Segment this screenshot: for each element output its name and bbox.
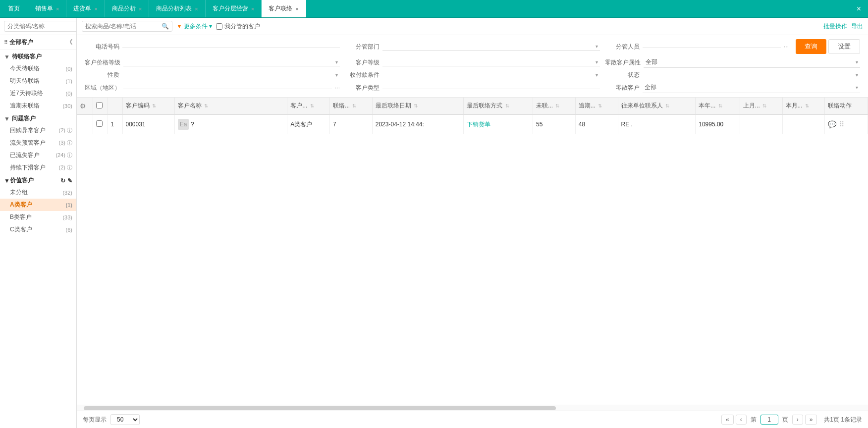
col-last-contact-date[interactable]: 最后联络日期 ⇅ bbox=[372, 98, 464, 114]
sidebar-item-abnormal-count: (2) ⓘ bbox=[59, 127, 73, 134]
col-last-month[interactable]: 上月... ⇅ bbox=[740, 98, 782, 114]
value-section-icons: ↻ ✎ bbox=[60, 177, 72, 184]
filter-search-input[interactable] bbox=[85, 23, 160, 30]
settings-button[interactable]: 设置 bbox=[828, 39, 860, 54]
customer-type-input[interactable] bbox=[382, 87, 600, 89]
message-icon[interactable]: 💬 bbox=[828, 120, 836, 128]
pending-arrow: ▼ bbox=[4, 54, 10, 60]
page-last-button[interactable]: » bbox=[805, 415, 817, 425]
action-icons-container: 💬 ⠿ bbox=[828, 120, 865, 128]
avatar-text: Ea bbox=[180, 121, 187, 128]
col-no-contact[interactable]: 未联... ⇅ bbox=[533, 98, 576, 114]
query-button[interactable]: 查询 bbox=[796, 39, 826, 54]
my-customers-checkbox[interactable] bbox=[216, 23, 222, 30]
tab-customer-segment-close[interactable]: × bbox=[251, 6, 254, 12]
sidebar-item-c-class[interactable]: C类客户 (6) bbox=[0, 223, 76, 236]
window-close-button[interactable]: × bbox=[850, 4, 868, 13]
page-next-button[interactable]: › bbox=[792, 415, 803, 425]
filter-more-button[interactable]: ▼ 更多条件 ▾ bbox=[176, 22, 212, 31]
tab-sales[interactable]: 销售单 × bbox=[28, 0, 66, 17]
region-ellipsis[interactable]: ··· bbox=[335, 84, 340, 91]
tab-sales-close[interactable]: × bbox=[56, 6, 59, 12]
manager-label: 分管人员 bbox=[605, 43, 640, 51]
edit-icon[interactable]: ✎ bbox=[67, 177, 72, 184]
table-body: 1 000031 Ea ? bbox=[77, 114, 868, 134]
tab-customer-contact[interactable]: 客户联络 × bbox=[262, 0, 306, 17]
sidebar-item-churned[interactable]: 已流失客户 (24) ⓘ bbox=[0, 149, 76, 161]
tab-bar: 首页 销售单 × 进货单 × 商品分析 × 商品分析列表 × 客户分层经营 × … bbox=[0, 0, 868, 18]
last-contact-method[interactable]: 下销货单 bbox=[467, 121, 490, 128]
sidebar-item-b-class[interactable]: B类客户 (33) bbox=[0, 211, 76, 223]
sidebar-search-input[interactable] bbox=[4, 21, 77, 32]
sidebar-search-area: 🔍 bbox=[0, 18, 76, 35]
col-contact-sort: ⇅ bbox=[352, 103, 356, 108]
tab-customer-segment[interactable]: 客户分层经营 × bbox=[206, 0, 262, 17]
retail-customer-select[interactable]: 全部 ▾ bbox=[643, 82, 860, 93]
tab-home[interactable]: 首页 bbox=[0, 0, 28, 17]
select-all-checkbox[interactable] bbox=[96, 102, 103, 108]
sidebar-item-abnormal[interactable]: 回购异常客户 (2) ⓘ bbox=[0, 124, 76, 137]
dept-select[interactable]: ▾ bbox=[382, 43, 600, 51]
filter-search-icon[interactable]: 🔍 bbox=[162, 23, 169, 30]
tab-analysis-list[interactable]: 商品分析列表 × bbox=[149, 0, 205, 17]
export-label[interactable]: 导出 bbox=[851, 22, 863, 31]
sidebar-item-today[interactable]: 今天待联络 (0) bbox=[0, 62, 76, 75]
page-prev-button[interactable]: ‹ bbox=[736, 415, 747, 425]
filter-bar: 🔍 ▼ 更多条件 ▾ 我分管的客户 批量操作 导出 bbox=[77, 18, 868, 35]
sidebar-item-declining-label: 持续下滑客户 bbox=[10, 163, 46, 172]
col-overdue[interactable]: 逾期... ⇅ bbox=[575, 98, 618, 114]
page-first-button[interactable]: « bbox=[721, 415, 734, 425]
payment-select[interactable]: ▾ bbox=[382, 71, 600, 79]
col-this-year[interactable]: 本年... ⇅ bbox=[696, 98, 740, 114]
horizontal-scrollbar[interactable] bbox=[84, 406, 556, 410]
tab-purchase-close[interactable]: × bbox=[94, 6, 97, 12]
col-last-contact-method[interactable]: 最后联络方式 ⇅ bbox=[464, 98, 533, 114]
nature-select[interactable]: ▾ bbox=[122, 71, 340, 79]
sidebar-item-unclassified[interactable]: 未分组 (32) bbox=[0, 186, 76, 199]
phone-input[interactable] bbox=[122, 46, 340, 48]
col-code[interactable]: 客户编码 ⇅ bbox=[122, 98, 175, 114]
gear-icon[interactable]: ⚙ bbox=[80, 102, 86, 110]
retail-attr-value: 全部 bbox=[646, 58, 657, 66]
manager-ellipsis[interactable]: ··· bbox=[784, 43, 789, 50]
col-contact[interactable]: 联络... ⇅ bbox=[330, 98, 373, 114]
row-checkbox[interactable] bbox=[96, 120, 103, 127]
tab-purchase[interactable]: 进货单 × bbox=[66, 0, 105, 17]
col-this-month[interactable]: 本月... ⇅ bbox=[782, 98, 825, 114]
customer-category: A类客户 bbox=[290, 121, 312, 128]
tab-analysis-close[interactable]: × bbox=[139, 6, 142, 12]
sidebar-item-tomorrow[interactable]: 明天待联络 (1) bbox=[0, 75, 76, 87]
col-company-contact[interactable]: 往来单位联系人 ⇅ bbox=[618, 98, 696, 114]
tab-analysis[interactable]: 商品分析 × bbox=[105, 0, 149, 17]
contact-count: 7 bbox=[333, 121, 336, 128]
col-no-contact-label: 未联... bbox=[536, 102, 553, 109]
customer-level-select[interactable]: ▾ bbox=[382, 58, 600, 66]
retail-attr-select[interactable]: 全部 ▾ bbox=[644, 57, 860, 68]
filter-my-customers[interactable]: 我分管的客户 bbox=[216, 22, 260, 31]
status-select[interactable]: ▾ bbox=[643, 71, 860, 79]
sidebar-item-overdue-count: (30) bbox=[62, 103, 72, 109]
all-customers-header: ⠿ 全部客户 《 bbox=[0, 35, 76, 50]
page-current-input[interactable] bbox=[760, 415, 778, 425]
tab-customer-contact-close[interactable]: × bbox=[295, 6, 298, 12]
sidebar-item-a-class[interactable]: A类客户 (1) bbox=[0, 199, 76, 211]
col-name[interactable]: 客户名称 ⇅ bbox=[175, 98, 287, 114]
sidebar-item-churn-warning[interactable]: 流失预警客户 (3) ⓘ bbox=[0, 137, 76, 149]
batch-ops-label[interactable]: 批量操作 bbox=[823, 22, 847, 31]
col-category[interactable]: 客户... ⇅ bbox=[287, 98, 330, 114]
sidebar-item-unclassified-label: 未分组 bbox=[10, 188, 28, 197]
problem-section-label: 问题客户 bbox=[12, 114, 36, 123]
manager-input[interactable] bbox=[643, 46, 781, 48]
qr-icon[interactable]: ⠿ bbox=[839, 120, 844, 128]
region-input[interactable] bbox=[123, 87, 332, 89]
page-size-select[interactable]: 50 100 bbox=[110, 414, 140, 425]
row-code-cell: 000031 bbox=[122, 114, 175, 134]
price-level-select[interactable]: ▾ bbox=[123, 58, 340, 66]
sidebar-item-7days[interactable]: 近7天待联络 (0) bbox=[0, 87, 76, 100]
tab-analysis-list-close[interactable]: × bbox=[195, 6, 198, 12]
collapse-icon[interactable]: 《 bbox=[66, 38, 72, 47]
refresh-icon[interactable]: ↻ bbox=[60, 177, 65, 184]
sidebar-item-overdue[interactable]: 逾期未联络 (30) bbox=[0, 100, 76, 112]
row-index-cell: 1 bbox=[108, 114, 122, 134]
sidebar-item-declining[interactable]: 持续下滑客户 (2) ⓘ bbox=[0, 161, 76, 174]
